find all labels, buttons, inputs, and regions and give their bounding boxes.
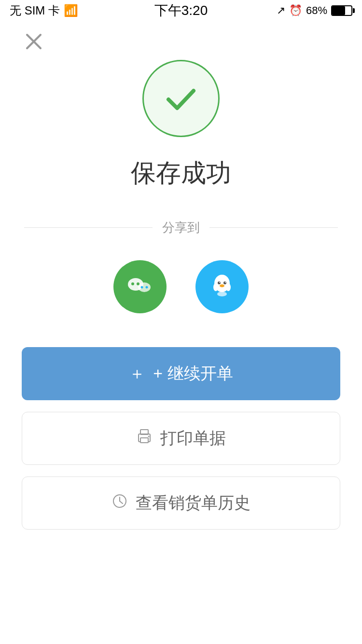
printer-icon [136,428,153,448]
svg-point-13 [217,292,227,296]
svg-point-4 [131,282,134,285]
divider-line-left [24,227,153,228]
history-label: 查看销货单历史 [136,492,251,514]
action-buttons: ＋ + 继续开单 打印单据 [22,347,340,530]
print-button[interactable]: 打印单据 [22,412,340,465]
print-label: 打印单据 [160,427,226,449]
svg-point-10 [226,283,231,291]
wifi-icon: 📶 [64,4,78,17]
svg-point-14 [219,282,220,283]
svg-point-20 [148,436,150,437]
divider-line-right [209,227,338,228]
success-title: 保存成功 [131,156,231,190]
svg-point-15 [225,282,226,283]
close-button[interactable] [19,27,48,56]
share-icons [113,260,249,313]
success-circle [142,60,220,137]
checkmark-icon [162,79,200,118]
share-divider: 分享到 [24,219,338,236]
battery-label: 68% [306,4,327,17]
wechat-icon [123,270,157,304]
share-label: 分享到 [162,219,200,236]
sim-label: 无 SIM 卡 [10,3,60,18]
svg-rect-19 [140,438,148,443]
history-button[interactable]: 查看销货单历史 [22,476,340,530]
alarm-icon: ⏰ [289,4,302,17]
wechat-share-button[interactable] [113,260,167,313]
main-content: 保存成功 分享到 [0,21,362,530]
plus-icon: ＋ [129,363,145,385]
qq-icon [205,270,239,304]
qq-share-button[interactable] [195,260,249,313]
svg-point-11 [218,281,221,284]
svg-point-5 [137,282,139,285]
battery-icon [331,5,352,16]
svg-point-6 [141,286,143,289]
status-bar: 无 SIM 卡 📶 下午3:20 ↗ ⏰ 68% [0,0,362,21]
status-time: 下午3:20 [154,1,208,20]
svg-point-16 [220,284,224,287]
svg-point-3 [138,282,151,292]
clock-icon [111,493,128,513]
svg-point-12 [223,281,226,284]
continue-label: + 继续开单 [153,363,233,385]
svg-point-9 [213,283,218,291]
status-right: ↗ ⏰ 68% [277,4,352,17]
svg-line-23 [120,501,123,504]
svg-point-7 [146,286,148,289]
continue-button[interactable]: ＋ + 继续开单 [22,347,340,400]
status-left: 无 SIM 卡 📶 [10,3,78,18]
location-icon: ↗ [277,4,285,17]
